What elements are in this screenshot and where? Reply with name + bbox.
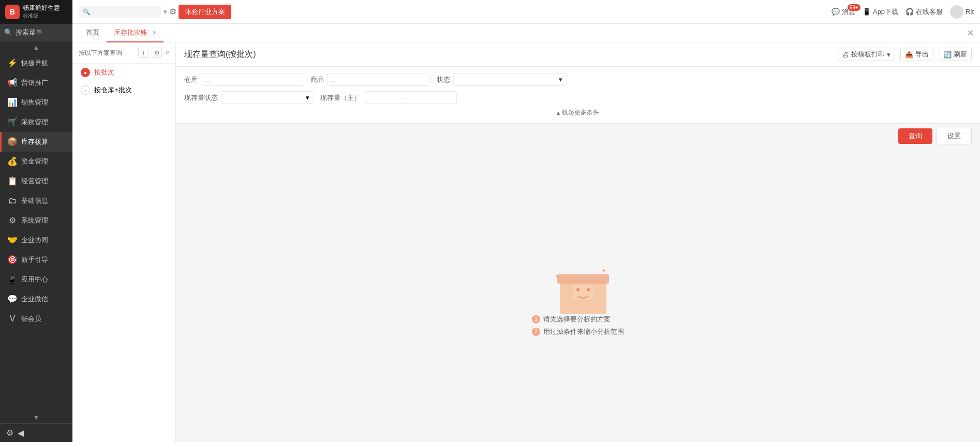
left-panel-header: 按以下方案查询 + ⚙ » xyxy=(72,42,175,64)
svg-text:✦: ✦ xyxy=(601,267,606,274)
app-info: 畅康通好生意 标准版 xyxy=(23,4,60,20)
collapse-more-btn[interactable]: 收起更多条件 xyxy=(184,108,972,117)
search-icon: 🔍 xyxy=(83,8,91,16)
stock-status-select[interactable] xyxy=(221,91,314,104)
sidebar-item-basic[interactable]: 🗂 基础信息 xyxy=(0,191,72,211)
status-label: 状态 xyxy=(437,75,450,84)
warehouse-more-icon[interactable]: ··· xyxy=(294,76,300,83)
sidebar-item-label: 应用中心 xyxy=(21,275,48,284)
status-select[interactable] xyxy=(453,73,567,86)
sidebar-item-finance[interactable]: 💰 资金管理 xyxy=(0,152,72,171)
app-download-btn[interactable]: 📱 App下载 xyxy=(863,7,898,17)
sidebar-item-label: 企业协同 xyxy=(21,235,48,245)
close-all-tabs-icon[interactable]: ✕ xyxy=(967,28,974,38)
filter-area: 仓库 ... ··· 商品 ... ··· 状态 xyxy=(176,67,980,124)
sidebar-footer: ⚙ ◀ xyxy=(0,423,72,442)
topbar-search-box[interactable]: 🔍 xyxy=(79,6,161,18)
member-icon: V xyxy=(8,314,17,323)
sidebar-item-purchase[interactable]: 🛒 采购管理 xyxy=(0,112,72,132)
stock-quantity-max[interactable] xyxy=(410,94,441,101)
tabbar: 首页 库存批次账 × ✕ xyxy=(72,24,980,42)
empty-illustration: ✦ ✦ xyxy=(547,255,609,306)
export-btn[interactable]: 📤 导出 xyxy=(900,48,933,61)
plan-item-by-warehouse-batch[interactable]: ○ 按仓库+批次 xyxy=(72,81,175,99)
product-label: 商品 xyxy=(310,75,324,84)
print-icon: 🖨 xyxy=(842,51,849,58)
dropdown-icon[interactable]: ▾ xyxy=(164,8,167,16)
tab-home[interactable]: 首页 xyxy=(79,24,107,42)
product-input[interactable]: ... ··· xyxy=(327,73,430,86)
quick-nav-icon: ⚡ xyxy=(8,58,17,68)
scroll-up-btn[interactable]: ▲ xyxy=(0,41,72,53)
right-panel: 现存量查询(按批次) 🖨 按模板打印 📤 导出 🔄 刷新 xyxy=(176,42,980,442)
settings-icon[interactable]: ⚙ xyxy=(6,428,13,438)
sidebar-item-inventory[interactable]: 📦 库存核算 xyxy=(0,132,72,152)
sidebar: B 畅康通好生意 标准版 🔍 搜索菜单 ▲ ⚡ 快捷导航 📢 营销推广 📊 销售… xyxy=(0,0,72,442)
filter-row-2: 现存量状态 现存量（主） — xyxy=(184,91,972,104)
sidebar-item-label: 库存核算 xyxy=(21,137,48,146)
plan-settings-btn[interactable]: ⚙ xyxy=(152,48,162,58)
empty-tip-2: 2 用过滤条件来缩小分析范围 xyxy=(532,327,624,336)
plan-dot-outline: ○ xyxy=(81,85,90,95)
sidebar-item-sales[interactable]: 📊 销售管理 xyxy=(0,93,72,112)
topbar-search-area: 🔍 ▾ ⚙ 体验行业方案 xyxy=(79,5,826,19)
sidebar-item-label: 销售管理 xyxy=(21,98,48,107)
search-icon: 🔍 xyxy=(4,28,12,36)
stock-status-dropdown-icon[interactable] xyxy=(306,94,309,101)
query-btn[interactable]: 查询 xyxy=(898,128,932,144)
filter-stock-quantity: 现存量（主） — xyxy=(320,91,457,104)
svg-point-3 xyxy=(576,288,580,291)
tip-text-2: 用过滤条件来缩小分析范围 xyxy=(543,327,624,336)
sidebar-item-quick-nav[interactable]: ⚡ 快捷导航 xyxy=(0,53,72,73)
sidebar-item-label: 基础信息 xyxy=(21,196,48,205)
stock-quantity-label: 现存量（主） xyxy=(320,93,361,102)
topbar-gear-icon[interactable]: ⚙ xyxy=(169,7,176,17)
svg-rect-1 xyxy=(557,274,609,284)
plan-item-by-batch[interactable]: ● 按批次 xyxy=(72,64,175,81)
refresh-btn[interactable]: 🔄 刷新 xyxy=(939,48,972,61)
collapse-sidebar-icon[interactable]: ◀ xyxy=(18,428,24,438)
product-more-icon[interactable]: ··· xyxy=(420,76,426,83)
search-label: 搜索菜单 xyxy=(16,28,42,37)
tip-num-2: 2 xyxy=(532,328,540,336)
filter-product: 商品 ... ··· xyxy=(310,73,430,86)
finance-icon: 💰 xyxy=(8,157,17,166)
print-btn[interactable]: 🖨 按模板打印 xyxy=(838,48,895,61)
message-icon: 💬 xyxy=(831,8,840,16)
basic-icon: 🗂 xyxy=(8,196,17,205)
sales-icon: 📊 xyxy=(8,98,17,107)
stock-quantity-min[interactable] xyxy=(368,94,399,101)
sidebar-search[interactable]: 🔍 搜索菜单 xyxy=(0,24,72,41)
sidebar-item-operation[interactable]: 📋 经营管理 xyxy=(0,171,72,191)
sidebar-item-enterprise[interactable]: 🤝 企业协同 xyxy=(0,230,72,250)
print-dropdown-icon[interactable] xyxy=(887,51,890,58)
collapse-left-panel-btn[interactable]: » xyxy=(165,48,169,58)
online-service-btn[interactable]: 🎧 在线客服 xyxy=(905,7,943,17)
sidebar-item-system[interactable]: ⚙ 系统管理 xyxy=(0,211,72,230)
tab-close-icon[interactable]: × xyxy=(153,29,156,36)
sidebar-item-apps[interactable]: 📱 应用中心 xyxy=(0,270,72,289)
add-plan-btn[interactable]: + xyxy=(138,48,149,58)
sidebar-item-wechat[interactable]: 💬 企业微信 xyxy=(0,289,72,309)
topbar: 🔍 ▾ ⚙ 体验行业方案 💬 消息 99+ 📱 App下载 🎧 在线客服 xyxy=(72,0,980,24)
username: Rit xyxy=(966,8,974,16)
left-panel-title: 按以下方案查询 xyxy=(79,49,122,57)
sidebar-item-newbie[interactable]: 🎯 新手引导 xyxy=(0,250,72,270)
scroll-down-btn[interactable]: ▼ xyxy=(0,411,72,423)
phone-icon: 📱 xyxy=(863,8,871,16)
stock-quantity-range[interactable]: — xyxy=(364,91,457,104)
column-settings-btn[interactable]: 设置 xyxy=(937,128,972,144)
tab-inventory-batch[interactable]: 库存批次账 × xyxy=(107,24,164,42)
sidebar-item-marketing[interactable]: 📢 营销推广 xyxy=(0,73,72,93)
experience-btn[interactable]: 体验行业方案 xyxy=(179,5,231,19)
user-avatar-btn[interactable]: Rit xyxy=(950,5,974,19)
sidebar-item-label: 企业微信 xyxy=(21,294,48,304)
sidebar-item-label: 资金管理 xyxy=(21,157,48,166)
messages-btn[interactable]: 💬 消息 99+ xyxy=(831,7,855,17)
warehouse-placeholder: ... xyxy=(205,76,211,83)
sidebar-item-label: 经营管理 xyxy=(21,176,48,186)
sidebar-header: B 畅康通好生意 标准版 xyxy=(0,0,72,24)
warehouse-input[interactable]: ... ··· xyxy=(201,73,304,86)
sidebar-item-member[interactable]: V 畅会员 xyxy=(0,309,72,329)
status-dropdown-icon[interactable] xyxy=(559,76,562,83)
